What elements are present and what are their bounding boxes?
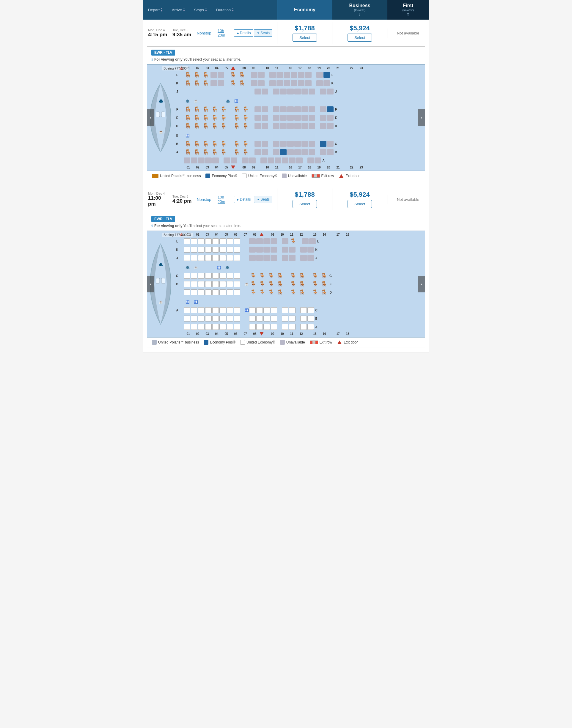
seat-B03-1[interactable]: 🪑 bbox=[202, 140, 210, 147]
seat-L05-2[interactable] bbox=[212, 238, 219, 244]
business-select-2[interactable]: Select bbox=[348, 200, 372, 208]
seat-D09-1[interactable]: 🪑 bbox=[241, 123, 250, 130]
header-first-col[interactable]: First (lowest) ▲▼ bbox=[387, 0, 429, 20]
seat-L03-2[interactable] bbox=[198, 238, 205, 244]
seat-K22-1 bbox=[316, 80, 323, 86]
seat-L08-1[interactable]: 🪑 bbox=[229, 71, 237, 78]
legend-polaris-1: United Polaris℠ business bbox=[152, 174, 201, 178]
seat-D03-1[interactable]: 🪑 bbox=[202, 123, 210, 130]
seat-B04-1[interactable]: 🪑 bbox=[211, 140, 219, 147]
seatmap-next-1[interactable]: › bbox=[418, 109, 425, 126]
seat-A09-1[interactable]: 🪑 bbox=[241, 149, 250, 156]
seat-L05-1 bbox=[218, 72, 224, 78]
seat-K03-1[interactable]: 🪑 bbox=[202, 80, 210, 87]
seat-L03-1[interactable]: 🪑 bbox=[202, 71, 210, 78]
header-economy-col[interactable]: Economy bbox=[277, 0, 332, 20]
header-duration[interactable]: Duration ▲▼ bbox=[216, 3, 234, 17]
seat-F23-1[interactable] bbox=[327, 106, 334, 112]
seat-E04-1[interactable]: 🪑 bbox=[211, 114, 219, 121]
seat-row-F-1: F 🪑 🪑 🪑 🪑 🪑 🪑 🪑 bbox=[175, 105, 416, 113]
seat-F03-1[interactable]: 🪑 bbox=[202, 106, 210, 113]
seat-L09-1[interactable]: 🪑 bbox=[238, 71, 246, 78]
seat-L01-2[interactable] bbox=[184, 238, 190, 244]
business-select-1[interactable]: Select bbox=[348, 33, 372, 42]
seat-B22-1[interactable] bbox=[320, 141, 327, 147]
svg-text:🧥: 🧥 bbox=[159, 99, 163, 103]
seat-L21-1 bbox=[305, 72, 311, 78]
seat-A04-1[interactable]: 🪑 bbox=[211, 149, 219, 156]
seat-E02-1[interactable]: 🪑 bbox=[193, 114, 201, 121]
seat-K17-1 bbox=[277, 80, 283, 86]
seat-E05-1[interactable]: 🪑 bbox=[219, 114, 228, 121]
seat-L08-2[interactable] bbox=[234, 238, 240, 244]
seat-D01-1[interactable]: 🪑 bbox=[184, 123, 192, 130]
seat-E08-1[interactable]: 🪑 bbox=[232, 114, 241, 121]
seat-F01-1[interactable]: 🪑 bbox=[184, 106, 192, 113]
details-button-2[interactable]: ▶ Details bbox=[234, 196, 254, 203]
eplus-swatch-2 bbox=[204, 340, 208, 345]
exit-door-top-mid-2 bbox=[260, 233, 264, 236]
duration-2[interactable]: 10h 20m bbox=[218, 195, 231, 204]
eplus-swatch-1 bbox=[205, 173, 210, 178]
seat-B08-1[interactable]: 🪑 bbox=[232, 140, 241, 147]
economy-select-1[interactable]: Select bbox=[293, 33, 317, 42]
seat-B02-1[interactable]: 🪑 bbox=[193, 140, 201, 147]
seat-E03-1[interactable]: 🪑 bbox=[202, 114, 210, 121]
seat-L02-1[interactable]: 🪑 bbox=[193, 71, 201, 78]
seat-B01-1[interactable]: 🪑 bbox=[184, 140, 192, 147]
seat-F05-1[interactable]: 🪑 bbox=[219, 106, 228, 113]
seatmap-next-2[interactable]: › bbox=[418, 276, 425, 293]
seatmap-prev-2[interactable]: ‹ bbox=[147, 276, 154, 293]
seat-A03-1[interactable]: 🪑 bbox=[202, 149, 210, 156]
seat-L04-2[interactable] bbox=[205, 238, 212, 244]
seat-D02-1[interactable]: 🪑 bbox=[193, 123, 201, 130]
seat-J23-1 bbox=[327, 89, 334, 94]
seat-B09-1[interactable]: 🪑 bbox=[241, 140, 250, 147]
business-price-1: $5,924 Select bbox=[332, 22, 387, 44]
seat-L07-2[interactable] bbox=[226, 238, 233, 244]
seat-K01-1[interactable]: 🪑 bbox=[184, 80, 192, 87]
header-arrive[interactable]: Arrive ▲▼ bbox=[172, 3, 185, 17]
seat-E01-1[interactable]: 🪑 bbox=[184, 114, 192, 121]
seats-button-1[interactable]: ▼ Seats bbox=[254, 29, 272, 36]
legend-economy-2: United Economy® bbox=[240, 340, 275, 345]
duration-1[interactable]: 10h 20m bbox=[218, 28, 231, 37]
seat-D08-1[interactable]: 🪑 bbox=[232, 123, 241, 130]
seat-L16-2[interactable]: 🪑 bbox=[289, 238, 297, 245]
seat-A05-1[interactable]: 🪑 bbox=[219, 149, 228, 156]
polaris-swatch-2 bbox=[152, 340, 157, 345]
seat-A17-1[interactable] bbox=[280, 149, 287, 155]
seat-K09-1[interactable]: 🪑 bbox=[238, 80, 246, 87]
seats-button-2[interactable]: ▼ Seats bbox=[254, 196, 272, 203]
seat-F02-1[interactable]: 🪑 bbox=[193, 106, 201, 113]
flight-card-1: Mon, Dec 4 4:15 pm Tue, Dec 5 9:35 am No… bbox=[143, 20, 429, 186]
seat-L06-2[interactable] bbox=[219, 238, 226, 244]
header-stops[interactable]: Stops ▲▼ bbox=[194, 3, 207, 17]
table-header: Depart ▲▼ Arrive ▲▼ Stops ▲▼ Duration bbox=[143, 0, 429, 20]
seat-F04-1[interactable]: 🪑 bbox=[211, 106, 219, 113]
header-depart[interactable]: Depart ▲▼ bbox=[148, 3, 163, 17]
seat-K02-1[interactable]: 🪑 bbox=[193, 80, 201, 87]
seat-F10-1 bbox=[255, 106, 261, 112]
seat-L11-1 bbox=[258, 72, 265, 78]
seat-L02-2[interactable] bbox=[191, 238, 197, 244]
seat-L15-2 bbox=[282, 238, 288, 244]
svg-rect-5 bbox=[161, 278, 165, 284]
details-button-1[interactable]: ▶ Details bbox=[234, 29, 254, 36]
seat-B05-1[interactable]: 🪑 bbox=[219, 140, 228, 147]
seat-E09-1[interactable]: 🪑 bbox=[241, 114, 250, 121]
seat-F09-1[interactable]: 🪑 bbox=[241, 106, 250, 113]
seatmap-prev-1[interactable]: ‹ bbox=[147, 109, 154, 126]
seat-K08-1[interactable]: 🪑 bbox=[229, 80, 237, 87]
seat-D04-1[interactable]: 🪑 bbox=[211, 123, 219, 130]
seat-A02-1[interactable]: 🪑 bbox=[193, 149, 201, 156]
seat-A08-1[interactable]: 🪑 bbox=[232, 149, 241, 156]
seat-F08-1[interactable]: 🪑 bbox=[232, 106, 241, 113]
header-business-col[interactable]: Business (lowest) ↓ bbox=[332, 0, 387, 20]
seat-A01-1[interactable]: 🪑 bbox=[184, 149, 192, 156]
arrive-info-2: Tue, Dec 5 4:20 pm bbox=[172, 194, 194, 204]
seat-L23-1[interactable] bbox=[324, 72, 330, 78]
economy-select-2[interactable]: Select bbox=[293, 200, 317, 208]
seat-D05-1[interactable]: 🪑 bbox=[219, 123, 228, 130]
seat-L01-1[interactable]: 🪑 bbox=[184, 71, 192, 78]
